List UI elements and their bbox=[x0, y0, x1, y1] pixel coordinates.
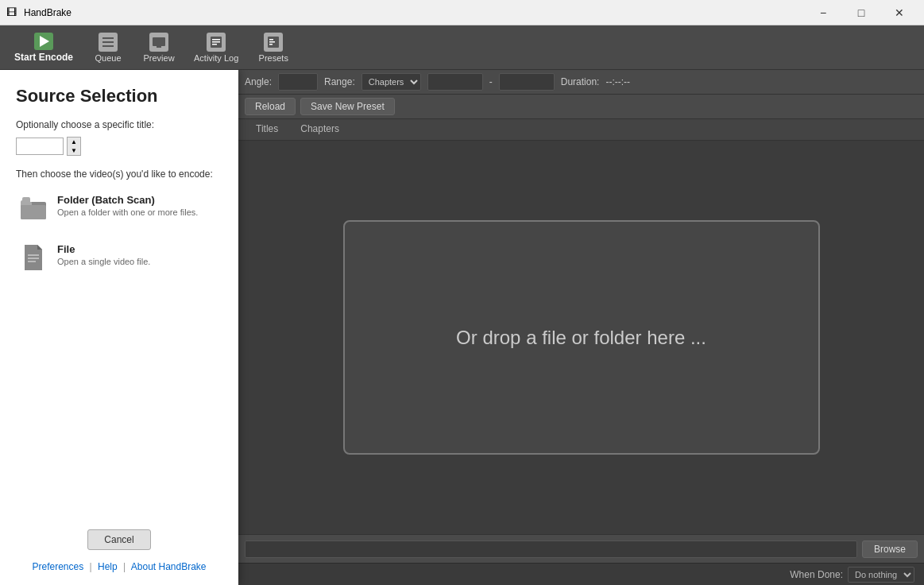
preview-button[interactable]: Preview bbox=[135, 29, 183, 66]
start-encode-icon bbox=[34, 33, 53, 50]
tabs-bar: Titles Chapters bbox=[238, 119, 924, 141]
svg-rect-3 bbox=[102, 45, 114, 47]
tab-titles[interactable]: Titles bbox=[245, 119, 289, 140]
status-bar: When Done: Do nothing bbox=[238, 563, 924, 585]
svg-rect-9 bbox=[212, 44, 217, 45]
title-input-row: ▲ ▼ bbox=[16, 137, 222, 156]
start-encode-button[interactable]: Start Encode bbox=[6, 29, 81, 66]
duration-label: Duration: bbox=[561, 76, 600, 87]
range-select[interactable]: Chapters bbox=[361, 73, 421, 91]
source-footer: Cancel Preferences | Help | About HandBr… bbox=[16, 529, 222, 572]
file-icon bbox=[19, 243, 48, 272]
file-option-desc: Open a single video file. bbox=[57, 257, 150, 266]
toolbar: Start Encode Queue Preview Activity Log … bbox=[0, 25, 924, 70]
range-dash: - bbox=[489, 76, 493, 87]
browse-button[interactable]: Browse bbox=[862, 540, 918, 558]
content-area: Source Selection Optionally choose a spe… bbox=[0, 70, 924, 585]
choose-title-label: Optionally choose a specific title: bbox=[16, 119, 222, 130]
preferences-link[interactable]: Preferences bbox=[32, 561, 83, 572]
svg-rect-20 bbox=[28, 258, 39, 259]
svg-rect-5 bbox=[157, 46, 161, 48]
presets-icon bbox=[264, 33, 283, 52]
svg-rect-11 bbox=[269, 39, 273, 41]
queue-button[interactable]: Queue bbox=[84, 29, 132, 66]
reload-button[interactable]: Reload bbox=[245, 98, 296, 115]
action-bar: Reload Save New Preset bbox=[238, 95, 924, 119]
output-path-input[interactable] bbox=[245, 540, 857, 558]
svg-marker-0 bbox=[40, 36, 49, 47]
angle-label: Angle: bbox=[245, 76, 272, 87]
app-icon: 🎞 bbox=[6, 6, 19, 19]
queue-icon bbox=[99, 33, 118, 52]
when-done-label: When Done: bbox=[790, 569, 843, 580]
svg-rect-19 bbox=[28, 254, 39, 256]
app-title: HandBrake bbox=[24, 7, 805, 18]
bottom-bar: Browse bbox=[238, 534, 924, 563]
duration-value: --:--:-- bbox=[605, 76, 630, 87]
titlebar: 🎞 HandBrake − □ ✕ bbox=[0, 0, 924, 25]
title-input[interactable] bbox=[16, 138, 64, 155]
folder-icon bbox=[19, 194, 48, 223]
presets-button[interactable]: Presets bbox=[249, 29, 297, 66]
minimize-button[interactable]: − bbox=[805, 0, 841, 25]
maximize-button[interactable]: □ bbox=[843, 0, 880, 25]
svg-rect-4 bbox=[153, 37, 165, 46]
drop-zone[interactable]: Or drop a file or folder here ... bbox=[343, 220, 820, 455]
sep1: | bbox=[90, 561, 92, 572]
svg-rect-7 bbox=[212, 39, 220, 41]
range-start-input[interactable] bbox=[427, 73, 483, 91]
drop-zone-text: Or drop a file or folder here ... bbox=[456, 327, 706, 349]
range-label: Range: bbox=[324, 76, 355, 87]
svg-rect-8 bbox=[212, 41, 220, 43]
footer-links: Preferences | Help | About HandBrake bbox=[16, 561, 222, 572]
svg-rect-2 bbox=[102, 41, 114, 43]
file-option-text: File Open a single video file. bbox=[57, 243, 150, 266]
app-body: Start Encode Queue Preview Activity Log … bbox=[0, 25, 924, 585]
folder-option-text: Folder (Batch Scan) Open a folder with o… bbox=[57, 194, 198, 217]
folder-option-desc: Open a folder with one or more files. bbox=[57, 207, 198, 217]
folder-option-title: Folder (Batch Scan) bbox=[57, 194, 198, 206]
save-preset-button[interactable]: Save New Preset bbox=[300, 98, 395, 115]
title-spinner: ▲ ▼ bbox=[67, 137, 81, 156]
activity-log-button[interactable]: Activity Log bbox=[186, 29, 246, 66]
activity-log-icon bbox=[207, 33, 226, 52]
svg-rect-17 bbox=[21, 205, 46, 219]
preview-icon bbox=[149, 33, 168, 52]
tab-chapters[interactable]: Chapters bbox=[289, 119, 350, 140]
when-done: When Done: Do nothing bbox=[790, 567, 914, 583]
options-bar: Angle: Range: Chapters - Duration: --:--… bbox=[238, 70, 924, 95]
drop-zone-container: Or drop a file or folder here ... bbox=[238, 141, 924, 534]
svg-rect-13 bbox=[269, 44, 273, 45]
source-title: Source Selection bbox=[16, 86, 222, 107]
when-done-select[interactable]: Do nothing bbox=[848, 567, 914, 583]
svg-rect-12 bbox=[269, 41, 275, 43]
choose-video-label: Then choose the video(s) you'd like to e… bbox=[16, 169, 222, 180]
sep2: | bbox=[123, 561, 126, 572]
spinner-up-button[interactable]: ▲ bbox=[68, 138, 80, 146]
angle-input[interactable] bbox=[278, 73, 318, 91]
source-panel: Source Selection Optionally choose a spe… bbox=[0, 70, 238, 585]
window-controls: − □ ✕ bbox=[805, 0, 918, 25]
file-option[interactable]: File Open a single video file. bbox=[16, 240, 222, 275]
svg-rect-1 bbox=[102, 37, 114, 39]
about-link[interactable]: About HandBrake bbox=[131, 561, 207, 572]
folder-option[interactable]: Folder (Batch Scan) Open a folder with o… bbox=[16, 191, 222, 226]
close-button[interactable]: ✕ bbox=[881, 0, 918, 25]
svg-rect-18 bbox=[22, 197, 30, 203]
svg-rect-21 bbox=[28, 261, 36, 262]
range-end-input[interactable] bbox=[499, 73, 555, 91]
spinner-down-button[interactable]: ▼ bbox=[68, 146, 80, 155]
cancel-button[interactable]: Cancel bbox=[87, 529, 150, 550]
main-area: Angle: Range: Chapters - Duration: --:--… bbox=[238, 70, 924, 585]
file-option-title: File bbox=[57, 243, 150, 255]
help-link[interactable]: Help bbox=[98, 561, 118, 572]
